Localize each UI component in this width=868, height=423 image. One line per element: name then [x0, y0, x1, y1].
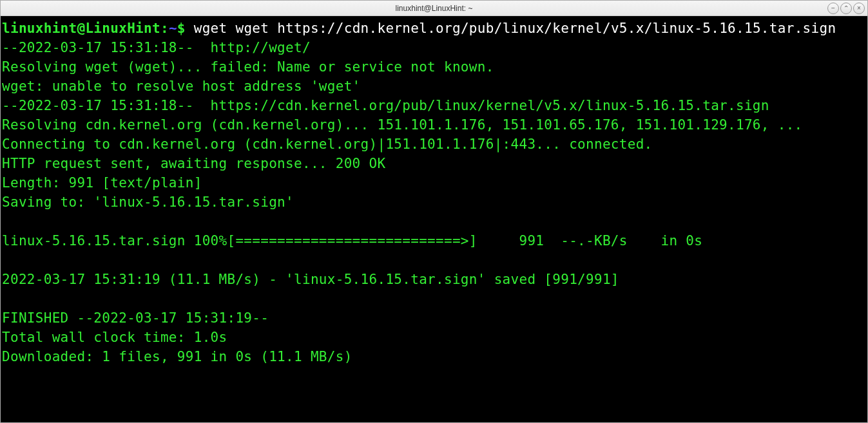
output-line: Saving to: 'linux-5.16.15.tar.sign' — [2, 194, 294, 210]
prompt-end: $ — [177, 21, 186, 36]
terminal-window: linuxhint@LinuxHint: ~ − ⌃ × linuxhint@L… — [0, 0, 868, 423]
terminal-body[interactable]: linuxhint@LinuxHint:~$ wget wget https:/… — [1, 16, 867, 422]
prompt-user-host: linuxhint@LinuxHint — [2, 21, 160, 36]
window-title: linuxhint@LinuxHint: ~ — [396, 4, 473, 13]
maximize-icon: ⌃ — [844, 5, 849, 12]
output-line: Downloaded: 1 files, 991 in 0s (11.1 MB/… — [2, 349, 352, 364]
output-line: linux-5.16.15.tar.sign 100%[============… — [2, 233, 702, 249]
output-line: Resolving cdn.kernel.org (cdn.kernel.org… — [2, 117, 803, 133]
titlebar[interactable]: linuxhint@LinuxHint: ~ − ⌃ × — [1, 1, 867, 16]
output-line: FINISHED --2022-03-17 15:31:19-- — [2, 310, 269, 326]
maximize-button[interactable]: ⌃ — [840, 3, 852, 14]
output-line: Total wall clock time: 1.0s — [2, 330, 227, 345]
minimize-button[interactable]: − — [827, 3, 839, 14]
close-button[interactable]: × — [853, 3, 865, 14]
output-line: --2022-03-17 15:31:18-- https://cdn.kern… — [2, 98, 769, 113]
window-controls: − ⌃ × — [827, 3, 865, 14]
output-line: 2022-03-17 15:31:19 (11.1 MB/s) - 'linux… — [2, 272, 619, 287]
output-line: wget: unable to resolve host address 'wg… — [2, 79, 361, 94]
output-line: Resolving wget (wget)... failed: Name or… — [2, 59, 494, 75]
output-line: HTTP request sent, awaiting response... … — [2, 156, 385, 171]
output-line: Connecting to cdn.kernel.org (cdn.kernel… — [2, 136, 653, 152]
prompt-path: ~ — [169, 21, 177, 36]
output-line: --2022-03-17 15:31:18-- http://wget/ — [2, 40, 311, 55]
close-icon: × — [857, 5, 861, 12]
minimize-icon: − — [831, 5, 835, 12]
output-line: Length: 991 [text/plain] — [2, 175, 202, 191]
command-text: wget wget https://cdn.kernel.org/pub/lin… — [194, 21, 836, 36]
command-text — [186, 21, 194, 36]
prompt-separator: : — [160, 21, 169, 36]
